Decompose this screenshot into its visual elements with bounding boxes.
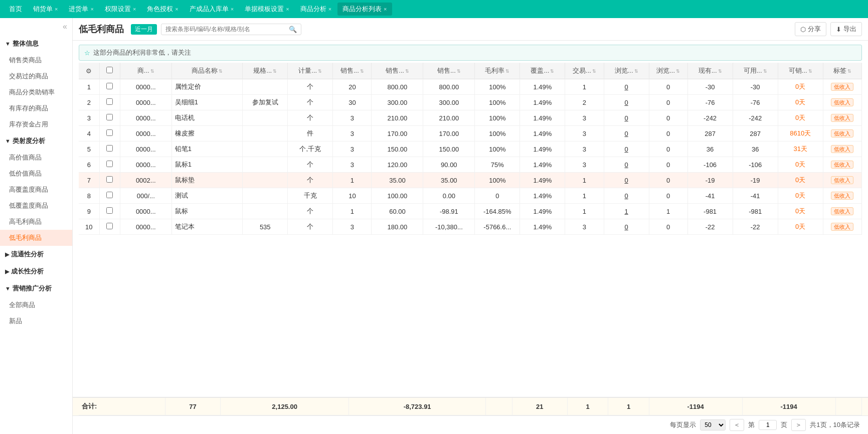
row-checkbox-input[interactable]: [106, 145, 113, 152]
view-link[interactable]: 0: [624, 192, 628, 200]
col-header-view1[interactable]: 浏览...⇅: [604, 63, 649, 79]
col-header-coverage[interactable]: 覆盖...⇅: [520, 63, 565, 79]
sidebar-item-4-1[interactable]: 新品: [0, 313, 72, 329]
sort-icon-sales_qty[interactable]: ⇅: [360, 69, 364, 74]
prev-page-button[interactable]: ＜: [730, 419, 744, 431]
nav-item-角色授权[interactable]: 角色授权×: [142, 3, 183, 16]
view-link[interactable]: 0: [624, 146, 628, 153]
row-checkbox-input[interactable]: [106, 207, 113, 214]
sort-icon-coverage[interactable]: ⇅: [550, 69, 554, 74]
settings-icon[interactable]: ⚙: [86, 67, 92, 75]
row-checkbox[interactable]: [99, 141, 120, 157]
table-container[interactable]: ⚙商...⇅商品名称⇅规格...⇅计量...⇅销售...⇅销售...⇅销售...…: [73, 63, 868, 397]
sort-icon-spec[interactable]: ⇅: [273, 69, 277, 74]
view-link[interactable]: 1: [624, 208, 628, 215]
sidebar-item-0-2[interactable]: 商品分类助销率: [0, 84, 72, 100]
sidebar-section-0[interactable]: ▼ 整体信息: [0, 35, 72, 52]
row-checkbox-input[interactable]: [106, 161, 113, 167]
nav-close-icon[interactable]: ×: [175, 6, 178, 12]
row-view1[interactable]: 0: [604, 188, 649, 204]
col-header-view2[interactable]: 浏览...⇅: [649, 63, 687, 79]
row-view1[interactable]: 0: [604, 110, 649, 126]
sort-icon-stock_now[interactable]: ⇅: [718, 69, 722, 74]
col-header-sales_profit[interactable]: 销售...⇅: [423, 63, 475, 79]
row-checkbox[interactable]: [99, 110, 120, 126]
sidebar-item-0-3[interactable]: 有库存的商品: [0, 100, 72, 116]
sidebar-item-1-0[interactable]: 高价值商品: [0, 150, 72, 166]
view-link[interactable]: 0: [624, 223, 628, 231]
sidebar-section-4[interactable]: ▼ 营销推广分析: [0, 280, 72, 297]
sidebar-item-0-1[interactable]: 交易过的商品: [0, 68, 72, 84]
view-link[interactable]: 0: [624, 114, 628, 122]
sort-icon-unit[interactable]: ⇅: [318, 69, 322, 74]
view-link[interactable]: 0: [624, 99, 628, 106]
view-link[interactable]: 0: [624, 177, 628, 184]
page-number-input[interactable]: [759, 420, 777, 430]
col-header-name[interactable]: 商品名称⇅: [171, 63, 243, 79]
row-checkbox[interactable]: [99, 173, 120, 188]
sidebar-item-1-5[interactable]: 低毛利商品: [0, 230, 72, 246]
sidebar-section-1[interactable]: ▼ 类射度分析: [0, 132, 72, 150]
col-header-stock_avail[interactable]: 可用...⇅: [733, 63, 778, 79]
sort-icon-gross_margin[interactable]: ⇅: [505, 69, 509, 74]
nav-close-icon[interactable]: ×: [55, 6, 58, 12]
col-header-checkbox[interactable]: [99, 63, 120, 79]
col-header-spec[interactable]: 规格...⇅: [243, 63, 288, 79]
sidebar-item-1-1[interactable]: 低价值商品: [0, 166, 72, 182]
sort-icon-sales_price[interactable]: ⇅: [405, 69, 409, 74]
col-header-sellable[interactable]: 可销...⇅: [778, 63, 823, 79]
row-checkbox-input[interactable]: [106, 83, 113, 89]
sort-icon-trade[interactable]: ⇅: [592, 69, 596, 74]
select-all-checkbox[interactable]: [106, 67, 113, 73]
sort-icon-view2[interactable]: ⇅: [676, 69, 680, 74]
row-checkbox[interactable]: [99, 126, 120, 141]
col-header-tag[interactable]: 标签⇅: [823, 63, 861, 79]
col-header-trade[interactable]: 交易...⇅: [565, 63, 604, 79]
row-view1[interactable]: 0: [604, 157, 649, 173]
row-checkbox[interactable]: [99, 79, 120, 95]
export-button[interactable]: ⬇ 导出: [830, 22, 862, 36]
search-icon[interactable]: 🔍: [289, 26, 297, 33]
row-view1[interactable]: 0: [604, 95, 649, 110]
nav-item-单据模板设置[interactable]: 单据模板设置×: [240, 3, 294, 16]
row-view1[interactable]: 1: [604, 204, 649, 219]
row-view1[interactable]: 0: [604, 79, 649, 95]
row-checkbox-input[interactable]: [106, 192, 113, 198]
nav-item-销货单[interactable]: 销货单×: [28, 3, 63, 16]
sort-icon-sales_profit[interactable]: ⇅: [457, 69, 461, 74]
sort-icon-tag[interactable]: ⇅: [847, 69, 851, 74]
nav-item-权限设置[interactable]: 权限设置×: [100, 3, 141, 16]
nav-close-icon[interactable]: ×: [328, 6, 331, 12]
row-view1[interactable]: 0: [604, 173, 649, 188]
row-view1[interactable]: 0: [604, 219, 649, 235]
row-checkbox-input[interactable]: [106, 129, 113, 136]
view-link[interactable]: 0: [624, 83, 628, 91]
col-header-settings[interactable]: ⚙: [79, 63, 99, 79]
filter-tab[interactable]: 近一月: [131, 24, 157, 35]
nav-close-icon[interactable]: ×: [231, 6, 234, 12]
row-checkbox-input[interactable]: [106, 176, 113, 183]
nav-close-icon[interactable]: ×: [286, 6, 289, 12]
col-header-sales_price[interactable]: 销售...⇅: [372, 63, 423, 79]
row-view1[interactable]: 0: [604, 126, 649, 141]
sidebar-item-4-0[interactable]: 全部商品: [0, 297, 72, 313]
row-view1[interactable]: 0: [604, 141, 649, 157]
sort-icon-view1[interactable]: ⇅: [634, 69, 638, 74]
sidebar-item-1-3[interactable]: 低覆盖度商品: [0, 198, 72, 214]
sidebar-collapse-button[interactable]: «: [0, 18, 72, 35]
view-link[interactable]: 0: [624, 130, 628, 137]
row-checkbox-input[interactable]: [106, 223, 113, 229]
row-checkbox[interactable]: [99, 188, 120, 204]
view-link[interactable]: 0: [624, 161, 628, 169]
nav-close-icon[interactable]: ×: [90, 6, 93, 12]
sort-icon-sellable[interactable]: ⇅: [808, 69, 812, 74]
sort-icon-name[interactable]: ⇅: [219, 69, 223, 74]
col-header-sales_qty[interactable]: 销售...⇅: [333, 63, 372, 79]
nav-item-商品分析[interactable]: 商品分析×: [295, 3, 336, 16]
row-checkbox-input[interactable]: [106, 114, 113, 120]
share-button[interactable]: ⬡ 分享: [795, 22, 826, 36]
search-input[interactable]: [165, 26, 289, 33]
sidebar-section-3[interactable]: ▶ 成长性分析: [0, 263, 72, 280]
row-checkbox[interactable]: [99, 204, 120, 219]
next-page-button[interactable]: ＞: [791, 419, 806, 431]
